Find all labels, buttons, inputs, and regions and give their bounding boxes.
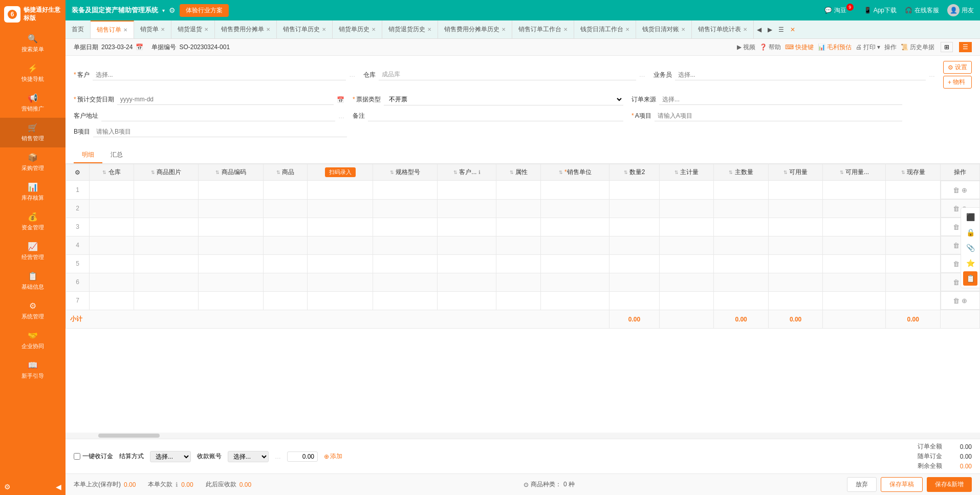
tab-close-icon[interactable]: ✕ [266,27,270,32]
row-scan[interactable] [308,181,373,200]
col-unit[interactable]: ⇅ *销售单位 [541,164,609,181]
row-main-qty[interactable] [714,181,769,200]
tab-summary[interactable]: 汇总 [102,147,131,163]
history-btn[interactable]: 📜 历史单据 [901,43,934,52]
row-code[interactable] [199,181,263,200]
right-icon-5[interactable]: 📋 [963,271,977,286]
col-warehouse[interactable]: ⇅ 仓库 [90,164,134,181]
online-service-item[interactable]: 🎧 在线客服 [905,6,939,15]
warehouse-more-icon[interactable]: … [639,71,645,78]
tab-expense-history[interactable]: 销售费用分摊单历史 ✕ [438,20,512,39]
shortcut-btn[interactable]: ⌨ 快捷键 [785,43,814,52]
tab-home[interactable]: 首页 [66,20,91,39]
horizontal-scrollbar[interactable] [66,433,980,439]
row-qty2[interactable] [609,181,660,200]
quick-pay-checkbox[interactable]: 一键收订金 [74,452,113,461]
order-source-input[interactable] [659,94,902,105]
sidebar-item-inventory[interactable]: 📊 库存核算 [0,177,66,207]
calendar-icon[interactable]: 📅 [136,44,143,51]
tab-close-all-btn[interactable]: ✕ [787,24,798,35]
salesperson-input[interactable] [675,70,926,80]
copy-icon[interactable]: ⊕ [962,186,967,194]
tab-return-history[interactable]: 销货退货历史 ✕ [382,20,438,39]
amount-input[interactable] [287,451,318,462]
row-main-unit[interactable] [659,181,714,200]
row-unit[interactable] [541,181,609,200]
delete-icon[interactable]: 🗑 [953,186,960,194]
user-item[interactable]: 👤 用友 [947,4,974,16]
tab-next-btn[interactable]: ▶ [765,24,775,35]
tab-close-icon[interactable]: ✕ [681,27,685,32]
right-icon-2[interactable]: 🔒 [963,225,977,240]
tab-prev-btn[interactable]: ◀ [754,24,765,35]
col-customer[interactable]: ⇅ 客户... ℹ [438,164,496,181]
topbar-gear-icon[interactable]: ⚙ [169,6,176,14]
delete-icon[interactable]: 🗑 [953,242,960,249]
quick-pay-input[interactable] [74,453,80,460]
a-project-input[interactable] [655,111,902,121]
notifications-item[interactable]: 💬 淘豆 9 [824,6,856,15]
tab-close-icon[interactable]: ✕ [161,27,165,32]
delete-icon[interactable]: 🗑 [953,205,960,212]
tab-sales-bill[interactable]: 销货单 ✕ [134,20,171,39]
tab-detail[interactable]: 明细 [74,147,102,163]
delete-icon[interactable]: 🗑 [953,297,960,305]
tab-sales-history[interactable]: 销售订单历史 ✕ [277,20,333,39]
col-scan[interactable]: 扫码录入 [308,164,373,181]
warehouse-input[interactable] [379,70,636,80]
row-available[interactable] [768,181,823,200]
row-current[interactable] [886,181,941,200]
tab-close-icon[interactable]: ✕ [204,27,208,32]
list-view-btn[interactable]: ☰ [959,42,972,52]
tab-bill-history[interactable]: 销货单历史 ✕ [333,20,382,39]
sidebar-item-quicknav[interactable]: ⚡ 快捷导航 [0,58,66,88]
right-icon-4[interactable]: ⭐ [963,256,977,270]
app-download-item[interactable]: 📱 App下载 [864,6,897,15]
row-available2[interactable] [823,181,886,200]
col-spec[interactable]: ⇅ 规格型号 [373,164,437,181]
account-more-icon[interactable]: … [275,453,281,460]
tab-cash-workbench[interactable]: 钱货日清工作台 ✕ [574,20,636,39]
sidebar-item-enterprise[interactable]: 🤝 企业协同 [0,326,66,355]
settings-bottom-icon[interactable]: ⚙ [4,483,11,491]
sidebar-item-sales[interactable]: 🛒 销售管理 [0,118,66,147]
payment-method-select[interactable]: 选择... [150,451,191,462]
customer-input[interactable] [93,70,346,80]
account-select[interactable]: 选择... [228,451,269,462]
tab-list-btn[interactable]: ☰ [775,24,787,35]
date-picker-icon[interactable]: 📅 [337,96,344,103]
row-attr[interactable] [496,181,541,200]
settings-button[interactable]: ⚙ 设置 [943,61,972,74]
col-available2[interactable]: ⇅ 可用量... [823,164,886,181]
address-input[interactable] [101,111,335,121]
tab-close-icon[interactable]: ✕ [743,27,747,32]
tab-sales-expense[interactable]: 销售费用分摊单 ✕ [215,20,277,39]
col-available[interactable]: ⇅ 可用量 [768,164,823,181]
add-payment-btn[interactable]: ⊕ 添加 [324,452,342,461]
row-product[interactable] [263,181,308,200]
sidebar-item-base[interactable]: 📋 基础信息 [0,266,66,296]
view-btn[interactable]: ▶ 视频 [737,43,755,52]
salesperson-more-icon[interactable]: … [929,71,935,78]
sidebar-item-operation[interactable]: 📈 经营管理 [0,236,66,266]
tab-sales-order[interactable]: 销售订单 ✕ [91,20,134,39]
scan-button[interactable]: 扫码录入 [325,167,356,177]
tab-close-icon[interactable]: ✕ [322,27,326,32]
tab-cash-reconcile[interactable]: 钱货日清对账 ✕ [636,20,692,39]
delivery-date-input[interactable] [117,94,334,105]
tab-close-icon[interactable]: ✕ [123,27,127,33]
col-image[interactable]: ⇅ 商品图片 [134,164,198,181]
delete-icon[interactable]: 🗑 [953,260,960,268]
add-product-button[interactable]: + 物料 [943,76,972,89]
operate-btn[interactable]: 操作 [884,43,897,52]
right-icon-1[interactable]: ⬛ [963,210,977,224]
col-settings[interactable]: ⚙ [66,164,90,181]
col-product[interactable]: ⇅ 商品 [263,164,308,181]
col-code[interactable]: ⇅ 商品编码 [199,164,263,181]
tab-order-workbench[interactable]: 销售订单工作台 ✕ [512,20,574,39]
delete-icon[interactable]: 🗑 [953,278,960,286]
row-customer[interactable] [438,181,496,200]
tab-close-icon[interactable]: ✕ [502,27,506,32]
tab-close-icon[interactable]: ✕ [563,27,568,32]
grid-view-btn[interactable]: ⊞ [941,42,953,52]
